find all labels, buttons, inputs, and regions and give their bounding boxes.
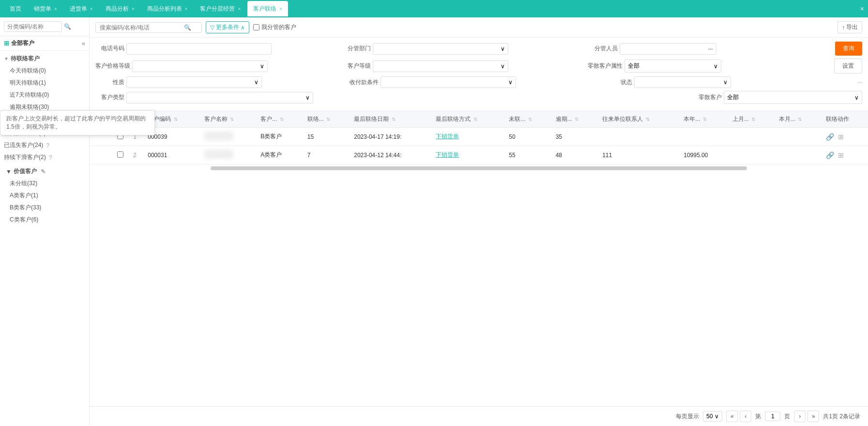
sidebar-continuous-decline[interactable]: 持续下滑客户(2) ?	[0, 151, 89, 163]
tab-customer-layer[interactable]: 客户分层经营 ×	[194, 1, 246, 16]
manager-select[interactable]: ···	[620, 43, 716, 55]
search-icon[interactable]: 🔍	[184, 24, 191, 31]
valuable-triangle-icon: ▼	[6, 168, 12, 175]
table-row: 2 000031 A类客户 7 2023-04-12 14:44: 下销货单 5…	[90, 146, 868, 164]
gender-label: 性质	[95, 78, 124, 87]
filter-more-icon[interactable]: ···	[857, 79, 862, 86]
contact-sort-icon: ⇅	[326, 117, 330, 122]
customer-type-select[interactable]: ∨	[126, 92, 313, 103]
tab-sales[interactable]: 销货单 ×	[28, 1, 63, 16]
already-lost-info-icon: ?	[46, 142, 49, 149]
this-month-sort-icon: ⇅	[798, 117, 802, 122]
row-code-1: 000031	[143, 146, 199, 164]
payment-select[interactable]: ∨	[381, 76, 516, 88]
valuable-customers-title[interactable]: ▼ 价值客户 ✎	[0, 165, 89, 177]
row-checkbox-1[interactable]	[112, 146, 128, 164]
row-unit-contacts-0	[597, 128, 679, 146]
sidebar-today-pending[interactable]: 今天待联络(0)	[0, 65, 89, 77]
status-label: 状态	[603, 78, 632, 87]
sidebar-a-class[interactable]: A类客户(1)	[0, 190, 89, 202]
close-product-list-tab[interactable]: ×	[185, 6, 188, 12]
tab-product-analysis-list[interactable]: 商品分析列表 ×	[141, 1, 194, 16]
sidebar-already-lost[interactable]: 已流失客户(24) ?	[0, 139, 89, 151]
tab-purchase[interactable]: 进货单 ×	[64, 1, 99, 16]
content-area: 🔍 ▽ 更多条件 ∧ 我分管的客户 ↑ 导出 电话号码	[90, 17, 868, 426]
page-size-select[interactable]: 50 ∨	[703, 411, 722, 422]
this-month-column-header[interactable]: 本月... ⇅	[774, 111, 821, 128]
price-level-label: 客户价格等级	[95, 62, 130, 70]
overdue-column-header[interactable]: 逾期... ⇅	[551, 111, 597, 128]
close-all-tabs[interactable]: ×	[860, 5, 864, 13]
dept-label: 分管部门	[342, 44, 371, 53]
last-month-column-header[interactable]: 上月... ⇅	[728, 111, 774, 128]
first-page-btn[interactable]: «	[726, 411, 738, 422]
collapse-sidebar-btn[interactable]: «	[82, 40, 85, 47]
gender-select[interactable]: ∨	[126, 76, 262, 88]
tab-customer-contact[interactable]: 客户联络 ×	[247, 1, 288, 16]
row-last-method-1[interactable]: 下销货单	[431, 146, 504, 164]
last-page-btn[interactable]: »	[807, 411, 819, 422]
prev-page-btn[interactable]: ‹	[740, 411, 751, 422]
row-last-month-0	[728, 128, 774, 146]
sidebar-search-input[interactable]	[4, 21, 62, 32]
phone-input[interactable]	[126, 43, 272, 55]
my-customers-checkbox-label[interactable]: 我分管的客户	[253, 23, 296, 31]
next-page-btn[interactable]: ›	[794, 411, 806, 422]
sidebar: 🔍 ⊞ 全部客户 « ▼ 待联络客户 今天待联络(0) 明天待联络(1) 近7天…	[0, 17, 90, 426]
retail-customer-select[interactable]: 全部 ∨	[724, 91, 862, 104]
my-customers-checkbox[interactable]	[253, 24, 259, 30]
name-column-header[interactable]: 客户名称 ⇅	[199, 111, 256, 128]
sidebar-b-class[interactable]: B类客户(33)	[0, 202, 89, 214]
not-contact-column-header[interactable]: 未联... ⇅	[504, 111, 550, 128]
table-row: 1 000039 B类客户 15 2023-04-17 14:19: 下销货单 …	[90, 128, 868, 146]
this-year-column-header[interactable]: 本年... ⇅	[679, 111, 727, 128]
table-header-row: ⚙ 客户编码 ⇅ 客户名称 ⇅	[90, 111, 868, 128]
row-action-detail-0[interactable]: ⊞	[838, 133, 844, 141]
overdue-sort-icon: ⇅	[575, 117, 579, 122]
dept-chevron-icon: ∨	[501, 45, 505, 52]
tab-product-analysis[interactable]: 商品分析 ×	[100, 1, 140, 16]
setting-btn[interactable]: 设置	[834, 59, 862, 73]
pending-contact-title[interactable]: ▼ 待联络客户	[0, 53, 89, 65]
last-date-column-header[interactable]: 最后联络日期 ⇅	[349, 111, 431, 128]
row-action-link-1[interactable]: 🔗	[826, 151, 834, 159]
query-btn[interactable]: 查询	[835, 42, 862, 56]
sidebar-search-icon[interactable]: 🔍	[64, 23, 71, 30]
phone-label: 电话号码	[95, 44, 124, 53]
sidebar-not-grouped[interactable]: 未分组(32)	[0, 177, 89, 190]
price-level-select[interactable]: ∨	[132, 60, 268, 72]
row-last-method-0[interactable]: 下销货单	[431, 128, 504, 146]
row-action-detail-1[interactable]: ⊞	[838, 151, 844, 159]
customer-type-chevron-icon: ∨	[305, 94, 310, 101]
status-select[interactable]: ∨	[634, 76, 731, 88]
tab-home[interactable]: 首页	[4, 1, 27, 16]
sidebar-tomorrow-pending[interactable]: 明天待联络(1)	[0, 77, 89, 89]
close-sales-tab[interactable]: ×	[54, 6, 57, 12]
close-customer-layer-tab[interactable]: ×	[238, 6, 241, 12]
all-customers-title[interactable]: ⊞ 全部客户 «	[0, 36, 89, 51]
filter-row-2: 客户价格等级 ∨ 客户等级 ∨ 零散客户属性 全部 ∨	[95, 59, 862, 73]
table-horizontal-scrollbar[interactable]	[211, 166, 747, 170]
more-filter-btn[interactable]: ▽ 更多条件 ∧	[206, 21, 249, 33]
dept-select[interactable]: ∨	[373, 43, 508, 55]
contact-column-header[interactable]: 联络... ⇅	[303, 111, 349, 128]
customer-level-select[interactable]: ∨	[373, 60, 508, 72]
last-method-column-header[interactable]: 最后联络方式 ⇅	[431, 111, 504, 128]
customer-search-input[interactable]	[100, 24, 182, 31]
export-btn[interactable]: ↑ 导出	[838, 21, 862, 33]
page-total-label: 页	[782, 412, 792, 421]
retail-attr-select[interactable]: 全部 ∨	[624, 59, 721, 73]
close-purchase-tab[interactable]: ×	[90, 6, 93, 12]
sidebar-c-class[interactable]: C类客户(6)	[0, 214, 89, 226]
close-product-tab[interactable]: ×	[132, 6, 135, 12]
page-number-input[interactable]	[765, 411, 780, 421]
sidebar-7day-pending[interactable]: 近7天待联络(0)	[0, 89, 89, 101]
unit-contacts-column-header[interactable]: 往来单位联系人 ⇅	[597, 111, 679, 128]
top-nav: 首页 销货单 × 进货单 × 商品分析 × 商品分析列表 × 客户分层经营 × …	[0, 0, 868, 17]
type-column-header[interactable]: 客户... ⇅	[256, 111, 302, 128]
valuable-edit-icon[interactable]: ✎	[41, 168, 46, 175]
type-sort-icon: ⇅	[280, 117, 284, 122]
close-customer-contact-tab[interactable]: ×	[279, 6, 282, 12]
row-action-link-0[interactable]: 🔗	[826, 133, 834, 141]
retail-attr-filter-item: 零散客户属性 全部 ∨	[588, 59, 830, 73]
